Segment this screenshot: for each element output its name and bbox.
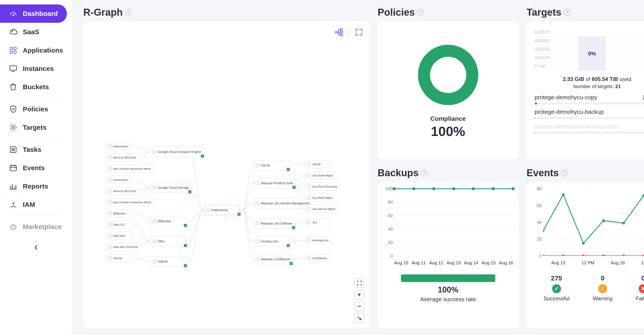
sidebar-item-dashboard[interactable]: Dashboard — [0, 4, 67, 23]
sidebar-item-reports[interactable]: Reports — [0, 177, 72, 196]
graph-node[interactable]: restorehycu — [106, 176, 132, 184]
graph-node[interactable]: Jira — [305, 218, 332, 226]
sidebar-item-label: Dashboard — [23, 10, 58, 18]
graph-node[interactable]: demo11-9511616 — [106, 154, 138, 162]
node-icon — [255, 163, 260, 167]
zoom-out-button[interactable]: − — [354, 302, 364, 311]
graph-node[interactable]: engineering✓ — [204, 205, 240, 215]
graph-node[interactable]: BitBucket✓ — [150, 216, 186, 226]
graph-node[interactable]: hycu-human-resources-demo — [106, 198, 153, 206]
sidebar-item-marketplace[interactable]: Marketplace — [0, 218, 72, 236]
svg-rect-2 — [10, 47, 12, 50]
node-label: Okta WIC — [113, 234, 126, 238]
help-icon[interactable]: ? — [561, 170, 568, 176]
graph-node[interactable]: Okta WIC Pre-Prod — [106, 243, 140, 251]
svg-point-5 — [14, 51, 16, 54]
svg-point-35 — [562, 254, 564, 256]
graph-node[interactable]: Okta CIC — [106, 220, 132, 228]
sidebar-item-tasks[interactable]: Tasks — [0, 140, 72, 159]
svg-point-34 — [543, 254, 544, 256]
node-label: demo11-9511616 — [113, 190, 136, 193]
graph-node[interactable]: Confluence — [305, 254, 332, 262]
graph-node[interactable]: BitBucket — [106, 209, 132, 217]
event-status-icon: ✓ — [552, 284, 561, 293]
graph-node[interactable]: Jira Work Mgmt — [305, 194, 334, 202]
help-icon[interactable]: ? — [417, 9, 424, 16]
graph-node[interactable]: monday.com✓ — [253, 236, 289, 246]
graph-node[interactable]: Google Cloud Storage✓ — [150, 182, 191, 193]
help-icon[interactable]: ? — [564, 9, 570, 16]
sidebar-item-label: Marketplace — [23, 223, 62, 230]
svg-point-36 — [582, 254, 585, 256]
graph-node[interactable]: Okta WIC — [106, 232, 132, 240]
graph-node[interactable]: GitHub — [106, 254, 132, 262]
sidebar-divider — [9, 138, 63, 139]
sidebar-collapse-button[interactable]: ‹ — [0, 240, 72, 253]
node-icon — [108, 178, 112, 182]
x-tick: Aug 10 — [394, 260, 408, 266]
sidebar-item-applications[interactable]: Applications — [0, 41, 72, 60]
graph-node[interactable]: GitHub✓ — [150, 256, 186, 266]
svg-point-19 — [424, 51, 472, 99]
node-label: Okta WIC Pre-Prod — [113, 245, 138, 249]
target-bar — [535, 132, 644, 134]
zoom-in-button[interactable]: + — [354, 290, 364, 300]
check-icon: ✓ — [184, 264, 187, 267]
events-card[interactable]: 020406080 Aug 1512 PMAug 1612 PM 275✓Suc… — [526, 182, 644, 328]
node-icon — [255, 239, 260, 243]
graph-node[interactable]: GitLab✓ — [253, 160, 289, 170]
svg-point-1 — [12, 30, 13, 31]
node-icon — [108, 156, 112, 160]
graph-node[interactable]: Jira Service Mgmt — [305, 205, 338, 213]
check-icon: ✓ — [292, 226, 295, 229]
y-tick: 0 — [532, 253, 542, 258]
sidebar-item-iam[interactable]: IAM — [0, 196, 72, 214]
graph-node[interactable]: demo11-9511616 — [106, 187, 138, 195]
help-icon[interactable]: ? — [421, 170, 428, 176]
sidebar-item-policies[interactable]: Policies — [0, 100, 72, 118]
sidebar-item-buckets[interactable]: Buckets — [0, 78, 72, 96]
graph-node[interactable]: GitLab — [305, 160, 332, 168]
graph-node[interactable]: Google Cloud Compute Engine✓ — [150, 147, 203, 157]
node-icon — [108, 166, 112, 171]
help-icon[interactable]: ? — [125, 9, 132, 16]
node-icon — [108, 189, 112, 193]
fullscreen-button[interactable] — [354, 278, 364, 288]
graph-node[interactable]: monday.com — [305, 236, 332, 244]
node-icon — [255, 222, 260, 226]
check-icon: ✓ — [201, 154, 204, 158]
sidebar-item-instances[interactable]: Instances — [0, 60, 72, 78]
event-label: Failed — [636, 296, 644, 302]
targets-card[interactable]: 620070 …100%465053 …75%310035 …50%155018… — [526, 22, 644, 159]
graph-node[interactable]: Atlassian Confluence✓ — [253, 254, 292, 264]
graph-node[interactable]: Jira Asset Mgmt — [305, 171, 335, 179]
node-icon — [108, 245, 112, 249]
graph-node[interactable]: restorehycu — [106, 142, 132, 150]
target-name: protege-demohycu-backup — [535, 108, 604, 116]
backups-card[interactable]: 020406080100 Aug 10Aug 11Aug 12Aug 13Aug… — [378, 182, 518, 328]
graph-node[interactable]: Atlassian Jira Service Management✓ — [253, 198, 312, 208]
svg-point-8 — [12, 126, 14, 128]
sidebar-item-label: Policies — [23, 105, 48, 113]
graph-node[interactable]: hycu-human-resources-demo — [106, 164, 153, 173]
node-label: Atlassian Product Suite — [261, 181, 293, 185]
reset-view-button[interactable] — [354, 313, 364, 323]
shield-check-icon — [9, 105, 18, 114]
graph-node[interactable]: Atlassian Product Suite✓ — [253, 178, 295, 188]
list-icon — [9, 145, 18, 154]
sidebar-item-saas[interactable]: SaaS — [0, 23, 72, 41]
graph-canvas[interactable]: restorehycudemo11-9511616hycu-human-reso… — [84, 22, 370, 328]
targets-title: Targets ? — [526, 7, 644, 18]
target-row[interactable]: protege-demohycu-monday-com0% — [535, 123, 644, 130]
event-count: 275 — [544, 274, 570, 282]
policies-card[interactable]: Compliance 100% — [378, 22, 518, 159]
target-row[interactable]: protege-demohycu-copy2.03% — [535, 94, 644, 101]
check-icon: ✓ — [287, 168, 290, 171]
node-icon — [307, 256, 311, 260]
graph-node[interactable]: Atlassian Jira Software✓ — [253, 218, 294, 228]
target-row[interactable]: protege-demohycu-backup0.3% — [535, 108, 644, 116]
graph-node[interactable]: Jira Prod Discovery — [305, 182, 340, 190]
sidebar-item-targets[interactable]: Targets — [0, 118, 72, 137]
graph-node[interactable]: Okta✓ — [150, 236, 186, 246]
sidebar-item-events[interactable]: Events — [0, 159, 72, 177]
